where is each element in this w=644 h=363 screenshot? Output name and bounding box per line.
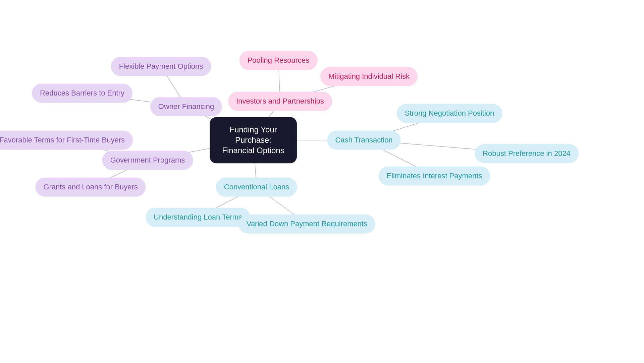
node-strong-negotiation: Strong Negotiation Position xyxy=(397,104,502,123)
node-cash-transaction: Cash Transaction xyxy=(327,131,400,150)
node-label-favorable-terms: Favorable Terms for First-Time Buyers xyxy=(0,135,125,145)
node-label-government-programs: Government Programs xyxy=(110,156,185,165)
center-node: Funding Your Purchase: Financial Options xyxy=(210,117,297,163)
node-pooling-resources: Pooling Resources xyxy=(239,51,318,70)
node-mitigating-risk: Mitigating Individual Risk xyxy=(320,67,418,86)
node-grants-loans: Grants and Loans for Buyers xyxy=(35,178,146,197)
node-label-cash-transaction: Cash Transaction xyxy=(335,135,392,145)
node-government-programs: Government Programs xyxy=(102,151,193,170)
node-favorable-terms: Favorable Terms for First-Time Buyers xyxy=(0,131,133,150)
node-robust-preference: Robust Preference in 2024 xyxy=(475,144,579,163)
node-label-varied-down-payment: Varied Down Payment Requirements xyxy=(247,219,367,229)
node-label-conventional-loans: Conventional Loans xyxy=(224,182,289,192)
node-label-understanding-loan: Understanding Loan Terms xyxy=(154,213,242,222)
node-owner-financing: Owner Financing xyxy=(150,97,222,116)
node-conventional-loans: Conventional Loans xyxy=(216,178,297,197)
node-eliminates-interest: Eliminates Interest Payments xyxy=(379,167,490,186)
node-label-mitigating-risk: Mitigating Individual Risk xyxy=(328,72,410,81)
center-label: Funding Your Purchase: Financial Options xyxy=(222,124,285,156)
node-label-robust-preference: Robust Preference in 2024 xyxy=(483,149,571,159)
node-understanding-loan: Understanding Loan Terms xyxy=(146,208,250,227)
node-label-flexible-payment: Flexible Payment Options xyxy=(119,62,203,71)
node-label-investors-partnerships: Investors and Partnerships xyxy=(236,97,324,106)
node-investors-partnerships: Investors and Partnerships xyxy=(228,92,332,111)
node-reduces-barriers: Reduces Barriers to Entry xyxy=(32,84,132,103)
node-label-grants-loans: Grants and Loans for Buyers xyxy=(43,182,138,192)
node-label-strong-negotiation: Strong Negotiation Position xyxy=(405,109,494,118)
node-label-owner-financing: Owner Financing xyxy=(158,102,214,112)
node-label-eliminates-interest: Eliminates Interest Payments xyxy=(387,171,482,181)
node-varied-down-payment: Varied Down Payment Requirements xyxy=(238,215,375,234)
node-label-reduces-barriers: Reduces Barriers to Entry xyxy=(40,88,124,98)
node-label-pooling-resources: Pooling Resources xyxy=(248,56,310,65)
node-flexible-payment: Flexible Payment Options xyxy=(111,57,211,76)
